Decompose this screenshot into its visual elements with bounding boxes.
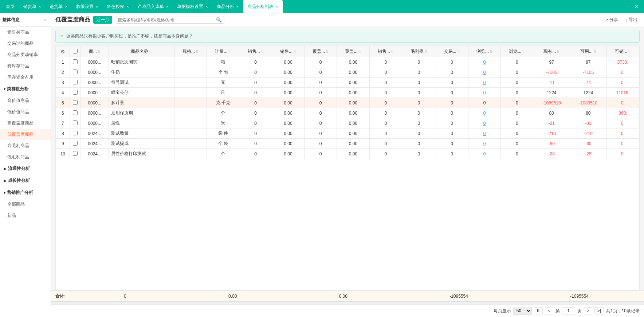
select-all-checkbox[interactable]: [73, 49, 78, 54]
sidebar-item-stock-funds[interactable]: 库存资金占用: [0, 72, 51, 83]
search-input[interactable]: [118, 17, 216, 23]
col-cover2[interactable]: 覆盖...⇅: [337, 46, 369, 57]
nav-product-analysis-list-close[interactable]: ×: [276, 0, 278, 13]
nav-template-settings-close[interactable]: ×: [205, 0, 208, 13]
col-available-stock[interactable]: 可用...⇅: [570, 46, 607, 57]
row-current-stock: 1224: [533, 88, 570, 98]
col-current-stock[interactable]: 现有...⇅: [533, 46, 570, 57]
col-checkbox[interactable]: [70, 46, 80, 57]
search-icon[interactable]: 🔍: [216, 17, 222, 23]
row-checkbox-cell[interactable]: [70, 98, 80, 108]
sidebar-item-low-margin[interactable]: 低毛利商品: [0, 151, 51, 163]
row-checkbox-cell[interactable]: [70, 139, 80, 149]
col-sales-amt[interactable]: 销售...⇅: [272, 46, 304, 57]
col-gross-margin[interactable]: 毛利率⇅: [402, 46, 436, 57]
sidebar-item-category-rate[interactable]: 商品分类动销率: [0, 49, 51, 60]
row-view1[interactable]: 0: [468, 128, 500, 139]
row-checkbox[interactable]: [73, 59, 78, 64]
nav-product-analysis[interactable]: 商品分析 ×: [212, 0, 243, 13]
row-checkbox-cell[interactable]: [70, 78, 80, 88]
page-number-input[interactable]: [562, 307, 575, 314]
row-checkbox-cell[interactable]: [70, 67, 80, 78]
nav-permissions-close[interactable]: ×: [96, 0, 98, 13]
nav-product-analysis-list[interactable]: 商品分析列表 ×: [243, 0, 282, 13]
nav-home[interactable]: 首页: [1, 0, 19, 13]
nav-purchase-order[interactable]: 进货单 ×: [45, 0, 71, 13]
sidebar-item-low-value[interactable]: 低价值商品: [0, 106, 51, 118]
row-checkbox-cell[interactable]: [70, 149, 80, 159]
period-button[interactable]: 近一月: [93, 16, 112, 24]
nav-role-auth-close[interactable]: ×: [126, 0, 129, 13]
sidebar-item-sales-goods[interactable]: 销售类商品: [0, 27, 51, 38]
sidebar-item-in-stock[interactable]: 有库存商品: [0, 60, 51, 72]
col-spec[interactable]: 规格...⇅: [174, 46, 207, 57]
nav-product-storage-close[interactable]: ×: [166, 0, 168, 13]
col-unit[interactable]: 计量...⇅: [207, 46, 239, 57]
row-view1[interactable]: 0: [468, 149, 500, 159]
next-page-button[interactable]: >: [584, 307, 592, 314]
row-checkbox[interactable]: [73, 80, 78, 84]
row-checkbox[interactable]: [73, 151, 78, 156]
first-page-button[interactable]: K: [534, 307, 543, 314]
row-view1[interactable]: 0: [468, 67, 500, 78]
row-checkbox-cell[interactable]: [70, 88, 80, 98]
nav-product-analysis-close[interactable]: ×: [236, 0, 239, 13]
nav-permissions[interactable]: 权限设置 ×: [72, 0, 102, 13]
row-checkbox[interactable]: [73, 70, 78, 74]
row-checkbox-cell[interactable]: [70, 57, 80, 67]
col-trans[interactable]: 交易...⇅: [436, 46, 468, 57]
row-view1[interactable]: 0: [468, 57, 500, 67]
row-checkbox[interactable]: [73, 110, 78, 115]
row-view1[interactable]: 0: [468, 108, 500, 118]
col-sales-qty[interactable]: 销售...⇅: [239, 46, 272, 57]
share-button[interactable]: ↗ 分享: [602, 16, 620, 24]
row-checkbox-cell[interactable]: [70, 108, 80, 118]
nav-product-storage[interactable]: 产成品入库单 ×: [133, 0, 173, 13]
sidebar-section-marketing[interactable]: ▾ 营销推广分析: [0, 187, 51, 199]
row-checkbox[interactable]: [73, 141, 78, 146]
sidebar-item-high-coverage[interactable]: 高覆盖度商品: [0, 118, 51, 129]
col-cover1[interactable]: 覆盖...⇅: [305, 46, 337, 57]
col-view1[interactable]: 浏览...⇅: [468, 46, 500, 57]
row-view1[interactable]: 0: [468, 118, 500, 128]
sidebar-section-growth[interactable]: ▶ 成长性分析: [0, 175, 51, 187]
col-view2[interactable]: 浏览...⇅: [501, 46, 533, 57]
sidebar-section-group-analysis[interactable]: ▾ 类群度分析: [0, 83, 51, 95]
row-view1[interactable]: 0: [468, 78, 500, 88]
close-all-tabs[interactable]: ×: [631, 0, 643, 13]
horizontal-scrollbar[interactable]: [51, 301, 644, 304]
nav-role-auth[interactable]: 角色授权 ×: [102, 0, 133, 13]
col-name[interactable]: 商品名称⇅: [109, 46, 174, 57]
row-checkbox[interactable]: [73, 90, 78, 95]
row-view1[interactable]: 0: [468, 98, 500, 108]
sidebar-item-traded-goods[interactable]: 交易过的商品: [0, 38, 51, 49]
section-arrow-marketing: ▾: [4, 191, 5, 195]
row-checkbox[interactable]: [73, 100, 78, 105]
sidebar-item-high-value[interactable]: 高价值商品: [0, 95, 51, 106]
last-page-button[interactable]: >|: [594, 307, 604, 314]
sidebar-item-all-goods[interactable]: 全部商品: [0, 199, 51, 210]
sidebar-item-new-goods[interactable]: 新品: [0, 210, 51, 221]
row-view1[interactable]: 0: [468, 88, 500, 98]
row-checkbox-cell[interactable]: [70, 118, 80, 128]
sidebar-item-high-margin[interactable]: 高毛利商品: [0, 140, 51, 151]
row-checkbox[interactable]: [73, 120, 78, 125]
nav-sales-order[interactable]: 销货单 ×: [19, 0, 45, 13]
nav-template-settings[interactable]: 单据模板设置 ×: [173, 0, 212, 13]
col-salable[interactable]: 可销...⇅: [606, 46, 639, 57]
col-gear[interactable]: ⚙: [56, 46, 70, 57]
per-page-select[interactable]: 50 20 100 200: [513, 307, 532, 315]
col-sales-days[interactable]: 销售...⇅: [369, 46, 402, 57]
gear-icon[interactable]: ⚙: [60, 49, 65, 55]
col-code[interactable]: 商...⇅: [80, 46, 109, 57]
export-button[interactable]: ↓ 导出: [623, 16, 640, 24]
nav-purchase-order-close[interactable]: ×: [65, 0, 67, 13]
row-checkbox-cell[interactable]: [70, 128, 80, 139]
prev-page-button[interactable]: <: [545, 307, 553, 314]
sidebar-section-circulation[interactable]: ▶ 流通性分析: [0, 163, 51, 175]
row-view1[interactable]: 0: [468, 139, 500, 149]
row-checkbox[interactable]: [73, 131, 78, 135]
sidebar-collapse-button[interactable]: «: [43, 15, 48, 24]
sidebar-item-low-coverage[interactable]: 低覆盖度商品: [0, 129, 51, 140]
nav-sales-order-close[interactable]: ×: [39, 0, 41, 13]
